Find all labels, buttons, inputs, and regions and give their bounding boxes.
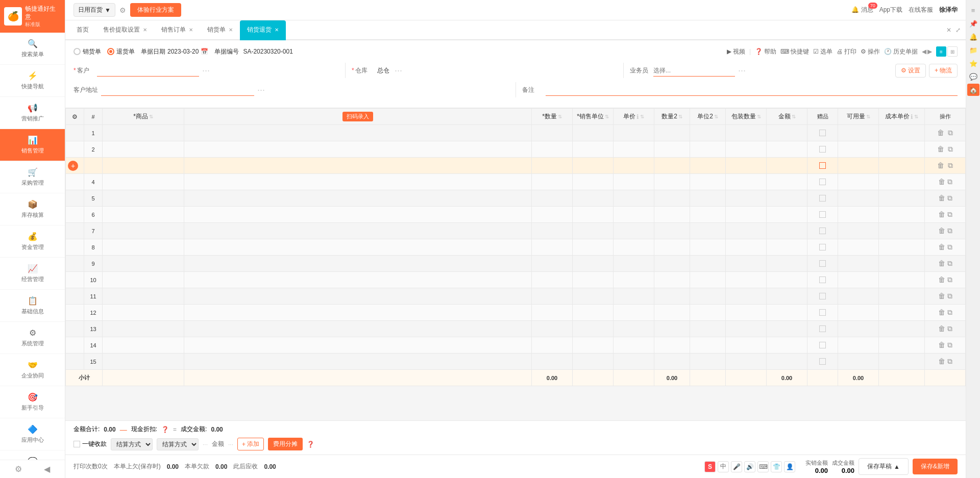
row-unit-1[interactable] [573, 125, 614, 141]
select-action[interactable]: ☑ 选单 [813, 47, 832, 56]
list-view-btn[interactable]: ≡ [936, 46, 946, 57]
delete-btn-15[interactable]: 🗑 [937, 356, 946, 366]
row-unit2-2[interactable] [690, 141, 726, 158]
right-icon-1[interactable]: ≡ [967, 4, 979, 16]
goods-sort-icon[interactable]: ⇅ [149, 114, 153, 119]
person-icon[interactable]: 👤 [784, 461, 795, 472]
shirt-icon[interactable]: 👕 [771, 461, 782, 472]
tab-sales-order[interactable]: 销售订单 ✕ [154, 20, 200, 40]
delete-btn-7[interactable]: 🗑 [937, 225, 946, 236]
row-qty-2[interactable] [532, 141, 573, 158]
cost-sort-icon[interactable]: ⇅ [914, 114, 918, 119]
row-amount-3[interactable] [767, 158, 807, 174]
scan-button[interactable]: 扫码录入 [342, 112, 373, 121]
copy-btn-6[interactable]: ⧉ [946, 209, 953, 220]
gift-cb-14[interactable] [819, 342, 826, 348]
row-unit-2[interactable] [573, 141, 614, 158]
copy-btn-13[interactable]: ⧉ [946, 323, 953, 334]
row-goods-2[interactable] [103, 141, 184, 158]
topbar-gear-icon[interactable]: ⚙ [119, 6, 126, 14]
qty-sort-icon[interactable]: ⇅ [558, 114, 562, 119]
delete-btn-14[interactable]: 🗑 [937, 340, 946, 350]
copy-btn-7[interactable]: ⧉ [946, 225, 953, 236]
gift-cb-4[interactable] [819, 179, 826, 185]
sidebar-item-operations[interactable]: 📈 经营管理 [0, 258, 65, 290]
nav-arrows[interactable]: ◀ ▶ [922, 48, 932, 55]
gift-cb-5[interactable] [819, 195, 826, 202]
row-price-1[interactable] [614, 125, 654, 141]
goods-input-3[interactable] [105, 162, 182, 169]
fee-split-btn[interactable]: 费用分摊 [268, 438, 303, 450]
gift-cb-2[interactable] [819, 146, 826, 153]
save-new-button[interactable]: 保存&新增 [913, 459, 958, 474]
radio-sales-doc[interactable]: 销货单 [74, 47, 101, 56]
sidebar-item-wechat[interactable]: 💬 企业微信 [0, 450, 65, 460]
address-input[interactable] [101, 84, 254, 96]
row-unit-3[interactable] [573, 158, 614, 174]
delete-btn-5[interactable]: 🗑 [937, 193, 946, 203]
notification-bell[interactable]: 🔔 70 消息 [851, 6, 873, 14]
delete-btn-2[interactable]: 🗑 [936, 144, 945, 154]
right-icon-7[interactable]: 🏠 [967, 84, 979, 96]
tab-home[interactable]: 首页 [69, 20, 96, 40]
sidebar-item-marketing[interactable]: 📢 营销推广 [0, 97, 65, 129]
save-draft-button[interactable]: 保存草稿 ▲ [859, 458, 909, 475]
zh-icon[interactable]: 中 [718, 461, 729, 472]
tab-sales-return[interactable]: 销货退货 ✕ [240, 20, 286, 40]
amount-sort-icon[interactable]: ⇅ [792, 114, 796, 119]
pack-sort-icon[interactable]: ⇅ [757, 114, 761, 119]
copy-btn-9[interactable]: ⧉ [946, 258, 953, 269]
calendar-icon[interactable]: 📅 [201, 48, 208, 55]
ops-action[interactable]: ⚙ 操作 [861, 47, 880, 56]
row-goods-3[interactable] [103, 158, 184, 174]
help-discount-icon[interactable]: ❓ [161, 426, 169, 433]
account-dots-btn[interactable]: ··· [203, 441, 208, 448]
row-pack-3[interactable] [726, 158, 767, 174]
logistics-button[interactable]: + 物流 [929, 64, 958, 78]
username-label[interactable]: 徐泽华 [939, 6, 958, 14]
gear-icon[interactable]: ⚙ [72, 113, 78, 120]
delete-btn-6[interactable]: 🗑 [937, 209, 946, 219]
sidebar-item-quick[interactable]: ⚡ 快捷导航 [0, 65, 65, 97]
row-amount-1[interactable] [767, 125, 807, 141]
video-action[interactable]: ▶ 视频 [727, 47, 745, 56]
copy-btn-1[interactable]: ⧉ [947, 128, 954, 138]
delete-btn-3[interactable]: 🗑 [936, 160, 945, 170]
row-qty2-2[interactable] [654, 141, 690, 158]
copy-btn-14[interactable]: ⧉ [946, 340, 953, 350]
sidebar-settings-btn[interactable]: ⚙ [15, 464, 22, 474]
row-price-2[interactable] [614, 141, 654, 158]
copy-btn-2[interactable]: ⧉ [947, 144, 954, 155]
row-unit2-3[interactable] [690, 158, 726, 174]
one-click-payment[interactable]: 一键收款 [74, 440, 107, 448]
print-action[interactable]: 🖨 打印 [837, 47, 856, 56]
trial-btn[interactable]: 体验行业方案 [130, 3, 181, 17]
delete-btn-9[interactable]: 🗑 [937, 258, 946, 268]
sidebar-item-apps[interactable]: 🔷 应用中心 [0, 418, 65, 450]
tab-price-settings[interactable]: 售价提取设置 ✕ [96, 20, 154, 40]
sidebar-item-sales[interactable]: 📊 销售管理 [0, 129, 65, 161]
right-icon-4[interactable]: 📁 [967, 44, 979, 56]
fee-help-icon[interactable]: ❓ [307, 441, 314, 448]
sidebar-item-system[interactable]: ⚙ 系统管理 [0, 322, 65, 354]
grid-view-btn[interactable]: ⊞ [947, 46, 958, 57]
gift-cb-7[interactable] [819, 228, 826, 234]
sidebar-item-guide[interactable]: 🎯 新手引导 [0, 386, 65, 418]
shortcut-action[interactable]: ⌨ 快捷键 [780, 47, 809, 56]
history-action[interactable]: 🕐 历史单据 [884, 47, 918, 56]
settlement-select[interactable]: 结算方式 [111, 438, 153, 450]
tab-sales-return-close[interactable]: ✕ [275, 27, 279, 33]
app-download-link[interactable]: App下载 [879, 6, 902, 14]
tab-close-btn[interactable]: ✕ [945, 26, 952, 35]
row-qty-3[interactable] [532, 158, 573, 174]
delete-btn-10[interactable]: 🗑 [937, 274, 946, 285]
price-sort-icon[interactable]: ⇅ [640, 114, 644, 119]
row-amount-2[interactable] [767, 141, 807, 158]
s-icon[interactable]: S [704, 461, 716, 472]
salesperson-input[interactable] [653, 65, 735, 77]
copy-btn-12[interactable]: ⧉ [946, 307, 953, 318]
add-row-button[interactable]: + [68, 161, 78, 171]
sidebar-item-search[interactable]: 🔍 搜索菜单 [0, 33, 65, 65]
salesperson-dots-btn[interactable]: ··· [738, 65, 746, 76]
tab-sales-doc-close[interactable]: ✕ [229, 27, 233, 33]
